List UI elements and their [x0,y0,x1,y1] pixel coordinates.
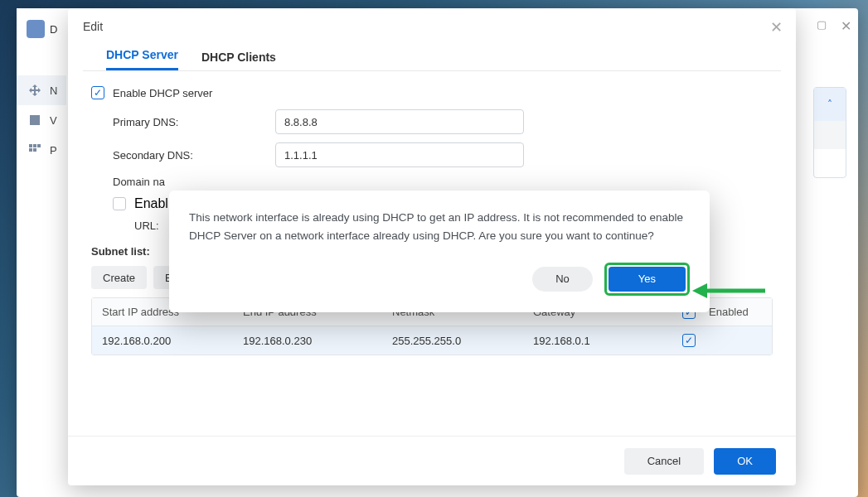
sidebar-item-label: P [50,144,57,157]
cell-gateway: 192.168.0.1 [523,335,672,347]
primary-dns-input[interactable] [275,109,524,134]
confirm-dialog: This network interface is already using … [169,191,710,312]
primary-dns-label: Primary DNS: [113,116,275,128]
enable-dhcp-label: Enable DHCP server [113,87,212,99]
enable-sub-checkbox[interactable]: ✓ [113,197,126,210]
app-icon [27,20,45,38]
dialog-footer: Cancel OK [68,436,796,485]
enable-dhcp-row[interactable]: ✓ Enable DHCP server [91,86,773,99]
window-maximize-icon[interactable]: ▢ [817,18,827,31]
create-button[interactable]: Create [91,266,147,289]
cell-enabled[interactable]: ✓ [672,334,772,347]
window-close-icon[interactable]: ✕ [841,18,851,34]
dialog-header: Edit ✕ [68,8,796,45]
grid-icon [28,143,41,157]
enable-dhcp-checkbox[interactable]: ✓ [91,86,104,99]
dialog-title: Edit [83,20,103,33]
cell-start-ip: 192.168.0.200 [92,335,233,347]
side-panel-fragment: ˄ [813,87,846,178]
network-icon [28,84,41,97]
app-title-fragment: D [50,23,66,36]
sidebar-item-volume[interactable]: V [17,105,66,135]
sidebar-item-label: V [50,114,57,127]
chevron-up-icon[interactable]: ˄ [814,88,846,121]
sidebar-item-label: N [50,84,57,97]
confirm-message: This network interface is already using … [189,209,690,246]
yes-button[interactable]: Yes [609,267,686,292]
tab-dhcp-clients[interactable]: DHCP Clients [201,51,276,70]
cancel-button[interactable]: Cancel [624,448,704,475]
sidebar: D N V P [17,8,66,489]
domain-name-label: Domain na [113,176,275,188]
col-enabled-label: Enabled [709,306,749,318]
sidebar-item-pxe[interactable]: P [17,135,66,165]
building-icon [28,113,41,127]
no-button[interactable]: No [532,267,593,292]
tab-bar: DHCP Server DHCP Clients [83,45,781,71]
yes-highlight: Yes [604,263,690,296]
table-row[interactable]: 192.168.0.200 192.168.0.230 255.255.255.… [92,326,772,355]
tab-dhcp-server[interactable]: DHCP Server [106,48,178,70]
sidebar-item-network[interactable]: N [17,75,66,105]
cell-end-ip: 192.168.0.230 [233,335,382,347]
secondary-dns-input[interactable] [275,142,524,167]
enable-sub-label: Enabl [134,196,168,211]
cell-netmask: 255.255.255.0 [382,335,523,347]
row-enabled-checkbox[interactable]: ✓ [682,334,696,347]
ok-button[interactable]: OK [714,448,776,475]
secondary-dns-label: Secondary DNS: [113,149,275,162]
close-icon[interactable]: ✕ [770,18,783,36]
